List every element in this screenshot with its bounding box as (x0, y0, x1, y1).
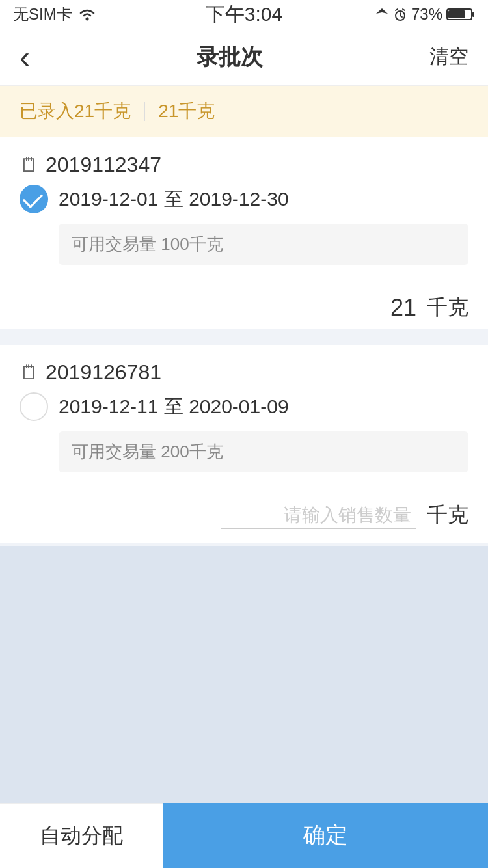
batch-item-2: 🗒 2019126781 2019-12-11 至 2020-01-09 可用交… (0, 345, 488, 543)
recorded-value: 21千克 (158, 99, 215, 124)
unit-label-2: 千克 (427, 501, 468, 530)
batch-avail-1: 可用交易量 100千克 (59, 224, 468, 265)
batch-date-1: 2019-12-01 至 2019-12-30 (59, 186, 289, 213)
confirm-button[interactable]: 确定 (163, 803, 488, 868)
wifi-icon (77, 7, 97, 21)
radio-2[interactable] (20, 392, 48, 421)
location-icon (375, 7, 389, 21)
auto-distribute-button[interactable]: 自动分配 (0, 803, 163, 868)
alarm-icon (393, 7, 407, 21)
batch-icon-2: 🗒 (20, 362, 39, 384)
empty-area (0, 546, 488, 819)
quantity-value-1: 21 (390, 294, 416, 321)
info-divider (144, 102, 145, 121)
svg-line-5 (403, 9, 405, 10)
quantity-row-1: 21 千克 (0, 280, 488, 329)
batch-id-1: 2019112347 (46, 153, 161, 177)
quantity-input-2[interactable] (221, 502, 416, 529)
svg-point-0 (85, 18, 88, 21)
svg-line-3 (400, 16, 402, 17)
back-button[interactable]: ‹ (20, 39, 30, 75)
quantity-unit-1: 千克 (427, 293, 468, 322)
status-time: 下午3:04 (206, 1, 282, 28)
nav-bar: ‹ 录批次 清空 (0, 29, 488, 86)
page-title: 录批次 (197, 42, 263, 72)
status-left: 无SIM卡 (13, 4, 97, 25)
input-row-2: 千克 (0, 488, 488, 543)
info-bar: 已录入21千克 21千克 (0, 86, 488, 137)
batch-item-1: 🗒 2019112347 2019-12-01 至 2019-12-30 可用交… (0, 137, 488, 329)
batch-avail-2: 可用交易量 200千克 (59, 431, 468, 472)
status-bar: 无SIM卡 下午3:04 73% (0, 0, 488, 29)
svg-line-4 (396, 9, 398, 10)
svg-rect-7 (448, 10, 465, 18)
svg-rect-8 (472, 12, 474, 17)
batch-date-2: 2019-12-11 至 2020-01-09 (59, 394, 289, 420)
batch-icon-1: 🗒 (20, 154, 39, 176)
bottom-bar: 自动分配 确定 (0, 803, 488, 868)
recorded-label: 已录入21千克 (20, 99, 131, 124)
radio-1[interactable] (20, 185, 48, 213)
battery-label: 73% (411, 5, 442, 23)
section-divider-1 (0, 332, 488, 345)
network-label: 无SIM卡 (13, 4, 72, 25)
battery-icon (446, 7, 475, 21)
batch-id-2: 2019126781 (46, 360, 161, 385)
status-right: 73% (375, 5, 475, 23)
clear-button[interactable]: 清空 (429, 44, 468, 70)
